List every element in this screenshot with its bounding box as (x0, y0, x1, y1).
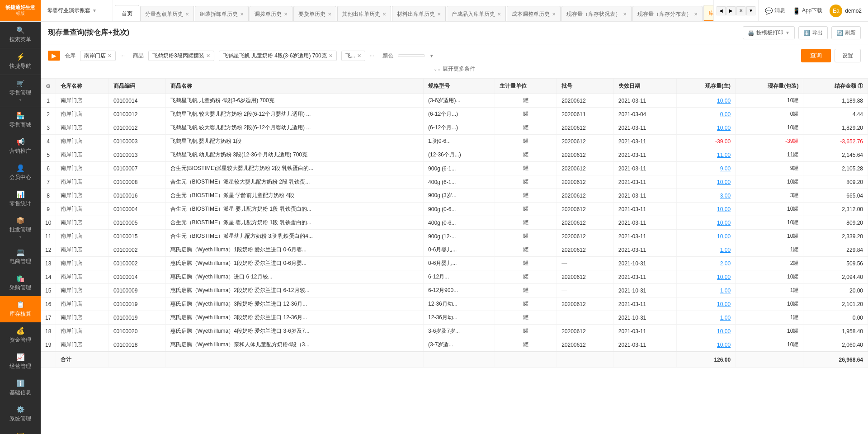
close-icon[interactable]: ✕ (552, 12, 556, 17)
footer-row: 合计 126.00 26,968.64 (41, 352, 868, 368)
product-tag-1[interactable]: 飞鹤奶粉3段丙罐摆装 ✕ (148, 51, 214, 61)
cell-expire: 2021-03-11 (613, 162, 676, 175)
product-tag-2[interactable]: 飞鹤星飞帆 儿童奶粉 4段(3-6岁适用) 700克 ✕ (219, 51, 337, 61)
tab-cailiao[interactable]: 材料出库单历史 ✕ (392, 6, 446, 21)
tab-chengben[interactable]: 成本调整单历史 ✕ (507, 6, 561, 21)
close-icon[interactable]: ✕ (328, 12, 331, 17)
sidebar-item-wholesale[interactable]: 📦 批发管理 ▼ (0, 212, 41, 244)
remove-icon[interactable]: ✕ (206, 53, 210, 59)
color-filter-input[interactable] (398, 54, 425, 57)
tab-xiancunliang1[interactable]: 现存量（库存状况表） ✕ (561, 6, 632, 21)
cell-code: 00100012 (108, 121, 165, 135)
sidebar-item-basicinfo[interactable]: ℹ️ 基础信息 (0, 375, 41, 401)
close-icon[interactable]: ✕ (437, 12, 441, 17)
cell-expire: 2021-03-11 (613, 325, 676, 338)
close-icon[interactable]: ✕ (185, 12, 189, 17)
cell-qty-main[interactable]: 0.00 (677, 108, 736, 121)
product-tag-3[interactable]: 飞... ✕ (341, 51, 365, 61)
tab-fenliang[interactable]: 分量盘点单历史 ✕ (140, 6, 194, 21)
cell-qty-main[interactable]: 2.00 (677, 257, 736, 270)
cell-qty-main[interactable]: -39.00 (677, 135, 736, 148)
export-btn[interactable]: ⬇️ 导出 (798, 26, 828, 39)
cell-qty-main[interactable]: 1.00 (677, 243, 736, 257)
query-btn[interactable]: 查询 (801, 49, 831, 62)
expand-more-conditions[interactable]: ⌄⌄ 展开更多条件 (48, 62, 861, 74)
sidebar-item-quicknav[interactable]: ⚡ 快捷导航 (0, 48, 41, 75)
refresh-btn[interactable]: 🔄 刷新 (831, 26, 861, 39)
remove-icon[interactable]: ✕ (357, 53, 361, 59)
col-settings[interactable]: ⚙ (41, 79, 56, 94)
sidebar-item-member[interactable]: 👤 会员中心 (0, 160, 41, 186)
tab-tiaopai[interactable]: 调拨单历史 ✕ (250, 6, 292, 21)
warehouse-tag[interactable]: 南岸门店 ✕ (80, 51, 116, 61)
stats-icon: 📊 (16, 190, 25, 198)
sidebar-item-retail-management[interactable]: 🛒 零售管理 ▼ (0, 75, 41, 107)
settings-btn[interactable]: 设置 (835, 49, 861, 62)
sidebar-item-operations[interactable]: 📈 经营管理 (0, 349, 41, 375)
sidebar-item-cooperation[interactable]: 🤝 企业协同 (0, 427, 41, 434)
cell-qty-main[interactable]: 10.00 (677, 175, 736, 189)
cell-qty-main[interactable]: 10.00 (677, 297, 736, 311)
sidebar-item-retail-stats[interactable]: 📊 零售统计 (0, 186, 41, 212)
cell-qty-main[interactable]: 10.00 (677, 203, 736, 216)
tab-expand[interactable]: ▼ (746, 6, 755, 15)
sidebar-item-sysadmin[interactable]: ⚙️ 系统管理 (0, 401, 41, 427)
tab-xiancunliang2[interactable]: 现存量（库存分布表） ✕ (632, 6, 703, 21)
cell-qty-main[interactable]: 11.00 (677, 148, 736, 162)
app-download-btn[interactable]: 📱 App下载 (793, 7, 822, 14)
cell-qty-main[interactable]: 3.00 (677, 189, 736, 203)
tab-yaohuo[interactable]: 要货单历史 ✕ (293, 6, 336, 21)
cell-name: 合生元（BIOSTIME）派星幼儿配方奶粉 3段 乳铁蛋白的4... (165, 230, 423, 243)
close-icon[interactable]: ✕ (694, 12, 698, 17)
page-title: 现存量查询(按仓库+批次) (48, 28, 129, 38)
cell-qty-main[interactable]: 10.00 (677, 94, 736, 108)
cell-batch: 20200612 (557, 189, 614, 203)
cell-qty-main[interactable]: 10.00 (677, 230, 736, 243)
close-icon[interactable]: ✕ (623, 12, 627, 17)
user-profile[interactable]: Ea demo2 (830, 5, 862, 17)
sidebar-item-purchase[interactable]: 🛍️ 采购管理 (0, 270, 41, 296)
cell-code: 00100016 (108, 189, 165, 203)
tab-scroll-right[interactable]: ▶ (726, 6, 736, 15)
sidebar-item-ecommerce[interactable]: 💻 电商管理 (0, 244, 41, 270)
col-warehouse: 仓库名称 (56, 79, 109, 94)
remove-icon[interactable]: ✕ (329, 53, 333, 59)
message-btn[interactable]: 💬 消息 (765, 7, 785, 14)
refresh-label: 刷新 (845, 29, 856, 37)
cell-warehouse: 南岸门店 (56, 203, 109, 216)
close-icon[interactable]: ✕ (284, 12, 288, 17)
close-icon[interactable]: ✕ (240, 12, 244, 17)
cell-qty-main[interactable]: 1.00 (677, 284, 736, 297)
sidebar-item-marketing[interactable]: 📢 营销推广 (0, 133, 41, 160)
tab-chanchenpin[interactable]: 产成品入库单历史 ✕ (447, 6, 506, 21)
cell-unit: 罐 (495, 189, 557, 203)
tab-scroll-left[interactable]: ◀ (717, 6, 726, 15)
sidebar-item-inventory[interactable]: 📋 库存核算 (0, 296, 41, 322)
cell-name: 飞鹤星飞帆 较大婴儿配方奶粉 2段(6-12个月婴幼儿适用) ... (165, 108, 423, 121)
cell-qty-main[interactable]: 10.00 (677, 270, 736, 284)
settings-icon[interactable]: ⚙ (46, 83, 51, 90)
cell-qty-main[interactable]: 10.00 (677, 121, 736, 135)
tab-kucunpici[interactable]: 库存批次账 ✕ (703, 5, 713, 21)
cell-warehouse: 南岸门店 (56, 284, 109, 297)
template-print-btn[interactable]: 🖨️ 按模板打印 ▼ (743, 26, 795, 39)
expand-orange-btn[interactable]: ▶ (48, 51, 60, 61)
cell-qty-main[interactable]: 10.00 (677, 216, 736, 230)
cell-qty-main[interactable]: 9.00 (677, 162, 736, 175)
tab-zuhe[interactable]: 组装拆卸单历史 ✕ (195, 6, 249, 21)
tab-home[interactable]: 首页 (115, 5, 139, 21)
table-row: 8 南岸门店 00100016 合生元（BIOSTIME）派星 学龄前儿童配方奶… (41, 189, 868, 203)
company-selector[interactable]: 母婴行业演示账套 ▼ (41, 0, 113, 21)
sidebar-item-retail-mall[interactable]: 🏪 零售商城 (0, 107, 41, 133)
sidebar-item-search[interactable]: 🔍 搜索英单 (0, 22, 41, 48)
close-icon[interactable]: ✕ (497, 12, 501, 17)
tab-close-all[interactable]: ✕ (736, 6, 745, 15)
remove-icon[interactable]: ✕ (108, 53, 112, 59)
cell-qty-main[interactable]: 10.00 (677, 325, 736, 338)
cell-batch: 20200612 (557, 148, 614, 162)
cell-qty-main[interactable]: 1.00 (677, 311, 736, 325)
close-icon[interactable]: ✕ (382, 12, 386, 17)
cell-qty-main[interactable]: 10.00 (677, 338, 736, 352)
tab-qitachuku[interactable]: 其他出库单历史 ✕ (337, 6, 391, 21)
sidebar-item-finance[interactable]: 💰 资金管理 (0, 322, 41, 349)
